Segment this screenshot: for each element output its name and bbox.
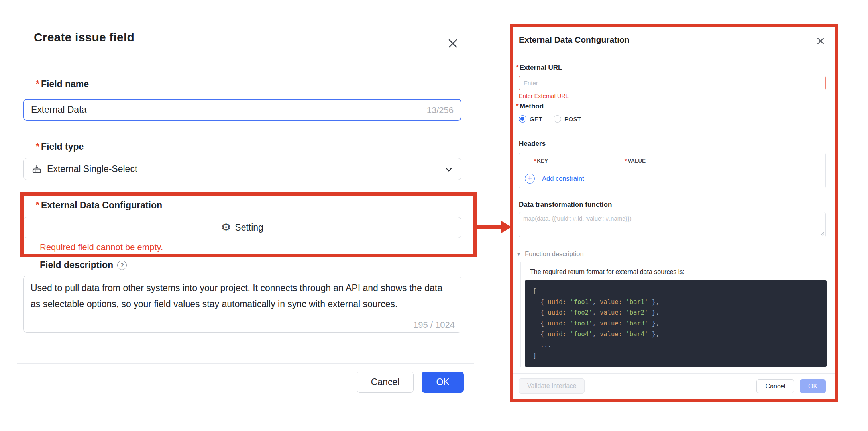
footer-divider: [513, 373, 835, 374]
external-url-error: Enter External URL: [519, 93, 569, 99]
field-name-input[interactable]: [31, 100, 390, 120]
footer-divider: [17, 363, 474, 364]
function-description-body: The required return format for external …: [520, 262, 828, 367]
field-type-value: External Single-Select: [47, 164, 137, 174]
add-constraint-label: Add constraint: [542, 175, 584, 182]
close-icon[interactable]: [447, 38, 458, 49]
dialog-title: External Data Configuration: [519, 35, 630, 45]
gear-icon: ⚙: [221, 222, 231, 233]
external-data-config-dialog: External Data Configuration *External UR…: [513, 27, 835, 399]
transform-function-textarea-wrap: [519, 212, 826, 237]
required-marker: *: [36, 79, 39, 89]
resize-grip-icon[interactable]: [820, 231, 824, 236]
char-counter: 195 / 1024: [411, 320, 455, 330]
radio-option-get[interactable]: GET: [519, 115, 542, 123]
field-name-label: *Field name: [36, 79, 89, 90]
screenshot-canvas: Create issue field *Field name 13/256 *F…: [0, 0, 868, 431]
char-counter: 13/256: [427, 105, 454, 116]
field-type-value-row: External Single-Select: [31, 164, 137, 174]
external-url-label: *External URL: [516, 64, 562, 72]
validate-interface-button[interactable]: Validate Interface: [519, 378, 585, 394]
title-divider: [513, 54, 835, 54]
table-row-divider: [519, 169, 825, 169]
help-icon[interactable]: ?: [117, 261, 127, 270]
required-marker: *: [534, 158, 536, 164]
external-url-input[interactable]: [524, 76, 819, 90]
setting-button-content: ⚙ Setting: [24, 217, 461, 238]
radio-unselected-icon: [554, 115, 561, 123]
annotation-arrow-head: [501, 221, 512, 233]
field-description-label: Field description ?: [40, 260, 127, 270]
required-marker: *: [625, 158, 627, 164]
field-description-textarea[interactable]: Used to pull data from other systems int…: [23, 276, 461, 333]
transform-function-textarea[interactable]: [523, 215, 820, 235]
radio-label: POST: [564, 116, 581, 123]
setting-button-label: Setting: [235, 222, 263, 233]
ok-button-disabled[interactable]: OK: [800, 379, 826, 393]
field-type-select[interactable]: External Single-Select: [23, 158, 461, 180]
function-description-label: Function description: [525, 250, 584, 258]
required-error-text: Required field cannot be empty.: [40, 242, 163, 253]
required-marker: *: [36, 200, 39, 210]
external-data-config-label: *External Data Configuration: [36, 200, 162, 211]
column-header-key: *KEY: [534, 158, 548, 164]
headers-label: Headers: [519, 140, 546, 148]
cancel-button[interactable]: Cancel: [756, 379, 794, 393]
field-name-input-wrap: 13/256: [23, 99, 461, 121]
ok-button[interactable]: OK: [422, 372, 464, 393]
headers-table-header-row: [519, 153, 825, 169]
required-marker: *: [516, 102, 519, 110]
collapse-triangle-icon: ▼: [516, 252, 521, 257]
plus-icon: +: [525, 174, 535, 184]
headers-table: *KEY *VALUE + Add constraint: [519, 153, 826, 188]
required-marker: *: [36, 141, 39, 152]
create-issue-field-dialog: Create issue field *Field name 13/256 *F…: [17, 22, 474, 400]
annotation-arrow: [477, 225, 502, 229]
dialog-title: Create issue field: [34, 31, 134, 44]
required-marker: *: [516, 64, 519, 71]
radio-label: GET: [530, 116, 542, 123]
function-description-toggle[interactable]: ▼ Function description: [516, 250, 584, 258]
function-description-intro: The required return format for external …: [530, 268, 828, 276]
external-select-icon: [31, 164, 42, 174]
column-header-value: *VALUE: [625, 158, 646, 164]
setting-button[interactable]: ⚙ Setting: [23, 217, 461, 238]
method-radio-group: GET POST: [519, 115, 581, 123]
add-constraint-button[interactable]: + Add constraint: [525, 174, 584, 184]
transform-function-label: Data transformation function: [519, 201, 612, 209]
field-type-label: *Field type: [36, 141, 84, 152]
close-icon[interactable]: [816, 37, 825, 45]
code-block: [ { uuid: 'foo1', value: 'bar1' }, { uui…: [525, 280, 827, 367]
radio-option-post[interactable]: POST: [554, 115, 581, 123]
external-url-input-wrap: [519, 76, 826, 90]
field-description-value: Used to pull data from other systems int…: [31, 280, 450, 312]
cancel-button[interactable]: Cancel: [357, 372, 414, 393]
method-label: *Method: [516, 102, 544, 110]
radio-selected-icon: [519, 115, 526, 123]
title-divider: [17, 62, 474, 62]
chevron-down-icon: [444, 165, 453, 174]
